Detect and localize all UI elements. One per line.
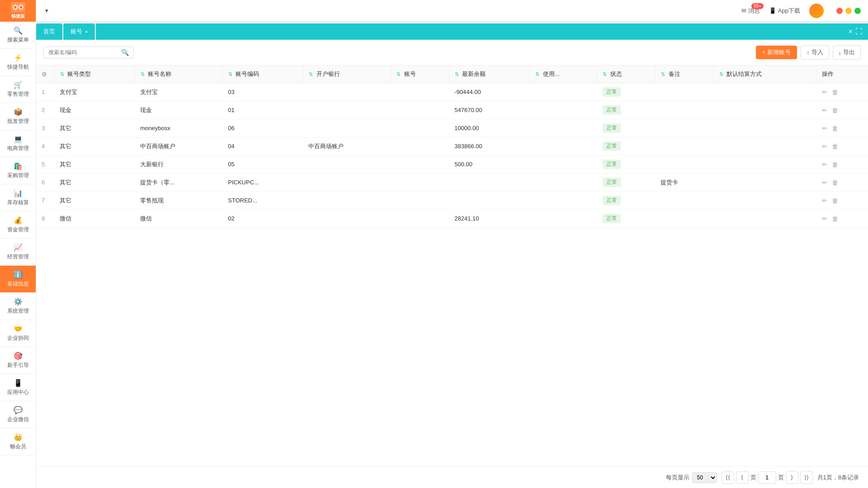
cell-default-payment: [713, 174, 816, 192]
cell-type: 支付宝: [54, 83, 135, 101]
avatar[interactable]: [809, 4, 824, 18]
sidebar-item-quick-nav[interactable]: ⚡ 快捷导航: [0, 49, 36, 76]
cell-action: ✏ 🗑: [816, 101, 868, 119]
content-area: 🔍 + 新增账号 ↑ 导入 ↓ 导出: [36, 40, 868, 488]
logo-text: 畅捷版: [11, 13, 25, 19]
import-label: 导入: [811, 48, 823, 56]
edit-icon[interactable]: ✏: [822, 143, 827, 150]
search-input[interactable]: [48, 49, 121, 56]
cell-bank: [303, 174, 391, 192]
cell-status: 正常: [597, 119, 656, 137]
col-account[interactable]: ⇅ 账号: [391, 66, 449, 83]
sidebar-item-member[interactable]: 👑 畅会员: [0, 428, 36, 455]
sort-status-icon: ⇅: [603, 71, 607, 77]
edit-icon[interactable]: ✏: [822, 89, 827, 96]
cell-num: 7: [36, 192, 54, 210]
close-window-button[interactable]: [836, 8, 843, 14]
prev-page-button[interactable]: ⟨: [736, 471, 749, 484]
col-code[interactable]: ⇅ 账号编码: [222, 66, 303, 83]
delete-icon[interactable]: 🗑: [832, 89, 838, 96]
sidebar-label-search: 搜索菜单: [7, 36, 29, 44]
config-icon[interactable]: ⚙: [42, 71, 47, 78]
search-box: 🔍: [43, 47, 134, 58]
operations-icon: 📈: [14, 243, 23, 252]
delete-icon[interactable]: 🗑: [832, 197, 838, 204]
cell-name: 大新银行: [135, 155, 222, 174]
delete-icon[interactable]: 🗑: [832, 143, 838, 150]
edit-icon[interactable]: ✏: [822, 179, 827, 186]
delete-icon[interactable]: 🗑: [832, 179, 838, 186]
minimize-window-button[interactable]: [845, 8, 852, 14]
app-download-button[interactable]: 📱 App下载: [769, 7, 800, 15]
cell-account: [391, 210, 449, 228]
sidebar-label-finance: 资金管理: [7, 226, 29, 234]
sidebar-item-guide[interactable]: 🎯 新手引导: [0, 347, 36, 374]
cell-account: [391, 137, 449, 155]
cell-code: 02: [222, 210, 303, 228]
col-status[interactable]: ⇅ 状态: [597, 66, 656, 83]
col-type[interactable]: ⇅ 账号类型: [54, 66, 135, 83]
col-bank[interactable]: ⇅ 开户银行: [303, 66, 391, 83]
message-icon: ✉: [741, 7, 746, 14]
sort-bank-icon: ⇅: [309, 71, 313, 77]
page-number-input[interactable]: [758, 471, 776, 484]
svg-point-4: [19, 6, 22, 9]
status-badge: 正常: [603, 105, 621, 115]
table-row: 3 其它 moneybosx 06 10000.00 正常 ✏ 🗑: [36, 119, 868, 137]
first-page-button[interactable]: ⟨⟨: [722, 471, 734, 484]
sidebar-item-enterprise[interactable]: 🤝 企业协同: [0, 320, 36, 347]
sidebar-item-ecommerce[interactable]: 💻 电商管理: [0, 130, 36, 157]
maximize-window-button[interactable]: [854, 8, 861, 14]
sidebar-item-wechat-work[interactable]: 💬 企业微信: [0, 401, 36, 428]
col-notes[interactable]: ⇅ 备注: [655, 66, 713, 83]
sidebar-item-operations[interactable]: 📈 经营管理: [0, 239, 36, 266]
delete-icon[interactable]: 🗑: [832, 125, 838, 132]
fullscreen-icon[interactable]: ⛶: [855, 28, 863, 36]
search-icon[interactable]: 🔍: [121, 49, 129, 56]
sidebar-item-search[interactable]: 🔍 搜索菜单: [0, 22, 36, 49]
close-tab-icon[interactable]: ×: [849, 28, 853, 36]
tab-close-icon[interactable]: ×: [85, 29, 88, 34]
sidebar-item-wholesale[interactable]: 📦 批发管理: [0, 103, 36, 130]
cell-status: 正常: [597, 210, 656, 228]
page-size-select[interactable]: 50 100 200: [692, 472, 717, 483]
sidebar-label-inventory: 库存核算: [7, 199, 29, 206]
sidebar-item-purchase[interactable]: 🛍️ 采购管理: [0, 157, 36, 184]
edit-icon[interactable]: ✏: [822, 125, 827, 132]
cell-bank: [303, 210, 391, 228]
header-dropdown[interactable]: ▾: [43, 7, 48, 14]
sidebar-item-retail[interactable]: 🛒 零售管理: [0, 76, 36, 103]
col-config[interactable]: ⚙: [36, 66, 54, 83]
next-page-button[interactable]: ⟩: [786, 471, 798, 484]
sidebar-item-basic-info[interactable]: ℹ️ 基础信息: [0, 266, 36, 293]
cell-code: 05: [222, 155, 303, 174]
cell-num: 4: [36, 137, 54, 155]
tab-accounts[interactable]: 账号 ×: [63, 23, 95, 40]
col-name[interactable]: ⇅ 账号名称: [135, 66, 222, 83]
col-balance[interactable]: ⇅ 最新余额: [449, 66, 529, 83]
system-icon: ⚙️: [14, 297, 23, 306]
import-button[interactable]: ↑ 导入: [801, 45, 829, 60]
sidebar-item-inventory[interactable]: 📊 库存核算: [0, 184, 36, 211]
sidebar-item-finance[interactable]: 💰 资金管理: [0, 211, 36, 239]
edit-icon[interactable]: ✏: [822, 197, 827, 204]
delete-icon[interactable]: 🗑: [832, 215, 838, 222]
col-default-payment[interactable]: ⇅ 默认结算方式: [713, 66, 816, 83]
guide-icon: 🎯: [14, 352, 23, 360]
add-account-button[interactable]: + 新增账号: [756, 46, 797, 59]
export-button[interactable]: ↓ 导出: [833, 45, 861, 60]
delete-icon[interactable]: 🗑: [832, 161, 838, 168]
delete-icon[interactable]: 🗑: [832, 107, 838, 114]
edit-icon[interactable]: ✏: [822, 215, 827, 222]
message-button[interactable]: ✉ 消息 99+: [741, 7, 760, 15]
edit-icon[interactable]: ✏: [822, 107, 827, 114]
sort-payment-icon: ⇅: [719, 71, 723, 77]
sidebar-item-system[interactable]: ⚙️ 系统管理: [0, 293, 36, 320]
edit-icon[interactable]: ✏: [822, 161, 827, 168]
cell-default-payment: [713, 137, 816, 155]
tab-home[interactable]: 首页: [36, 23, 62, 40]
sidebar-item-app-center[interactable]: 📱 应用中心: [0, 374, 36, 401]
col-usage[interactable]: ⇅ 使用...: [529, 66, 597, 83]
last-page-button[interactable]: ⟩⟩: [800, 471, 813, 484]
cell-name: 中百商场账户: [135, 137, 222, 155]
